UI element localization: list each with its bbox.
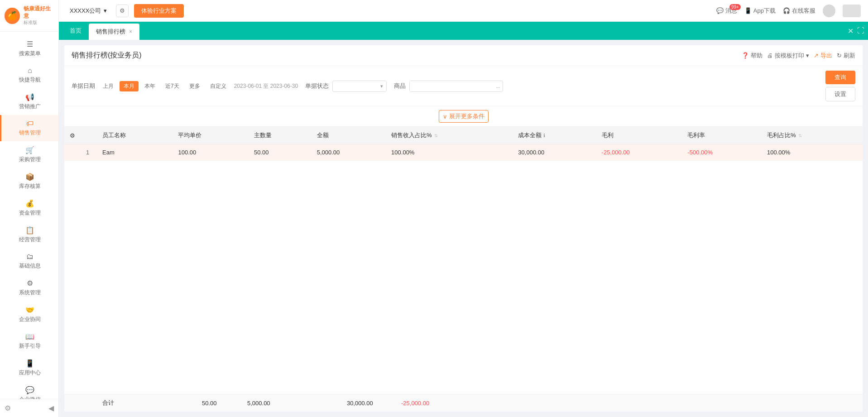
sidebar-item-label: 基础信息 [19, 262, 41, 270]
status-label: 单据状态 [305, 82, 329, 90]
page-container: 销售排行榜(按业务员) ❓ 帮助 🖨 按模板打印 ▾ ↗ 导出 [64, 45, 863, 412]
sidebar: 🍊 畅康通好生意 标准版 ☰搜索菜单⌂快捷导航📢营销推广🏷销售管理🛒采购管理📦库… [0, 0, 59, 417]
ranking-table: ⚙ 员工名称 平均单价 主数量 全额 销售收入占比% ⇅ [64, 127, 863, 161]
sidebar-item-search[interactable]: ☰搜索菜单 [0, 35, 58, 62]
date-current-month-btn[interactable]: 本月 [120, 81, 139, 91]
app-download-button[interactable]: 📱 App下载 [744, 7, 776, 15]
sidebar-item-label: 采购管理 [19, 156, 41, 163]
system-icon: ⚙ [27, 279, 33, 288]
sidebar-item-label: 搜索菜单 [19, 50, 41, 58]
col-qty: 主数量 [249, 127, 312, 144]
col-settings[interactable]: ⚙ [64, 127, 81, 144]
message-icon: 💬 [716, 7, 724, 14]
topbar-right: 💬 消息 99+ 📱 App下载 🎧 在线客服 [716, 5, 861, 17]
date-week-btn[interactable]: 近7天 [161, 81, 183, 91]
query-button[interactable]: 查询 [825, 71, 855, 84]
headset-icon: 🎧 [783, 7, 790, 14]
date-custom-btn[interactable]: 自定义 [206, 81, 230, 91]
col-amount: 全额 [312, 127, 386, 144]
company-name: XXXXX公司 [70, 7, 101, 15]
sidebar-item-sales[interactable]: 🏷销售管理 [0, 115, 58, 141]
expand-conditions-button[interactable]: ∨ 展开更多条件 [439, 110, 489, 123]
tab-sales-ranking[interactable]: 销售排行榜 × [89, 24, 139, 40]
sidebar-item-label: 资金管理 [19, 209, 41, 217]
status-filter-group: 单据状态 [305, 81, 387, 92]
date-range-display: 2023-06-01 至 2023-06-30 [234, 82, 298, 90]
sidebar-item-label: 应用中心 [19, 369, 41, 377]
guide-icon: 📖 [25, 332, 34, 341]
goods-label: 商品 [394, 82, 406, 90]
goods-input-wrapper: ... [409, 81, 503, 92]
refresh-button[interactable]: ↻ 刷新 [837, 52, 855, 60]
row-settings [64, 144, 81, 161]
sidebar-item-guide[interactable]: 📖新手引导 [0, 328, 58, 355]
tab-close-icon[interactable]: × [129, 29, 132, 35]
sidebar-item-purchase[interactable]: 🛒采购管理 [0, 141, 58, 168]
help-icon: ❓ [742, 52, 749, 59]
sidebar-item-quick[interactable]: ⌂快捷导航 [0, 62, 58, 88]
sidebar-item-system[interactable]: ⚙系统管理 [0, 274, 58, 301]
purchase-icon: 🛒 [25, 146, 34, 154]
help-button[interactable]: ❓ 帮助 [742, 52, 762, 60]
wechat-icon: 💬 [25, 386, 34, 394]
company-select[interactable]: XXXXX公司 ▾ [66, 5, 110, 17]
print-button[interactable]: 🖨 按模板打印 ▾ [767, 52, 809, 60]
sidebar-item-label: 经营管理 [19, 236, 41, 244]
status-select[interactable] [332, 81, 387, 92]
collapse-icon[interactable]: ◀ [48, 404, 54, 412]
message-badge: 99+ [729, 4, 741, 10]
logo-sub: 标准版 [24, 19, 54, 26]
settings-bottom-icon[interactable]: ⚙ [5, 404, 11, 412]
sidebar-item-enterprise[interactable]: 🤝企业协同 [0, 301, 58, 328]
try-industry-button[interactable]: 体验行业方案 [134, 4, 184, 18]
date-filter-group: 单据日期 上月 本月 本年 近7天 更多 自定义 2023-06-01 至 20… [72, 81, 298, 91]
row-sales-pct: 100.00% [386, 144, 513, 161]
tab-close-window-icon[interactable]: ✕ [848, 27, 854, 35]
sidebar-item-operation[interactable]: 📋经营管理 [0, 221, 58, 248]
row-cost: 30,000.00 [513, 144, 596, 161]
row-qty: 50.00 [249, 144, 312, 161]
expand-icon: ∨ [443, 113, 447, 120]
status-select-wrapper [332, 81, 387, 92]
gear-button[interactable]: ⚙ [116, 5, 129, 17]
filter-bar: 单据日期 上月 本月 本年 近7天 更多 自定义 2023-06-01 至 20… [64, 66, 863, 106]
online-service-button[interactable]: 🎧 在线客服 [783, 7, 815, 15]
avatar[interactable] [823, 5, 835, 17]
footer-qty: 50.00 [202, 400, 247, 407]
date-year-btn[interactable]: 本年 [140, 81, 159, 91]
sidebar-item-wechat[interactable]: 💬企业微信 [0, 381, 58, 399]
page-actions: ❓ 帮助 🖨 按模板打印 ▾ ↗ 导出 ↻ 刷新 [742, 52, 855, 60]
date-buttons: 上月 本月 本年 近7天 更多 自定义 [99, 81, 230, 91]
sidebar-item-label: 新手引导 [19, 342, 41, 350]
message-button[interactable]: 💬 消息 99+ [716, 7, 737, 15]
sales-icon: 🏷 [26, 120, 34, 128]
enterprise-icon: 🤝 [25, 306, 34, 314]
col-profit-rate: 毛利率 [682, 127, 762, 144]
col-profit-pct[interactable]: 毛利占比% ⇅ [762, 127, 863, 144]
sidebar-nav: ☰搜索菜单⌂快捷导航📢营销推广🏷销售管理🛒采购管理📦库存核算💰资金管理📋经营管理… [0, 32, 58, 399]
sidebar-item-inventory[interactable]: 📦库存核算 [0, 168, 58, 195]
sidebar-item-basic[interactable]: 🗂基础信息 [0, 248, 58, 274]
date-more-btn[interactable]: 更多 [185, 81, 204, 91]
goods-filter-group: 商品 ... [394, 81, 503, 92]
settings-button[interactable]: 设置 [825, 87, 855, 101]
page-header: 销售排行榜(按业务员) ❓ 帮助 🖨 按模板打印 ▾ ↗ 导出 [64, 45, 863, 66]
inventory-icon: 📦 [25, 173, 34, 181]
goods-input[interactable] [410, 81, 493, 91]
sidebar-item-apps[interactable]: 📱应用中心 [0, 355, 58, 381]
row-profit: -25,000.00 [596, 144, 682, 161]
sidebar-item-finance[interactable]: 💰资金管理 [0, 195, 58, 221]
col-sales-pct[interactable]: 销售收入占比% ⇅ [386, 127, 513, 144]
info-icon: ℹ [543, 133, 545, 138]
tab-maximize-icon[interactable]: ⛶ [857, 27, 864, 35]
main-area: XXXXX公司 ▾ ⚙ 体验行业方案 💬 消息 99+ 📱 App下载 🎧 在线… [59, 0, 868, 417]
export-button[interactable]: ↗ 导出 [814, 52, 832, 60]
col-profit: 毛利 [596, 127, 682, 144]
sidebar-item-marketing[interactable]: 📢营销推广 [0, 88, 58, 115]
sidebar-item-label: 企业协同 [19, 316, 41, 323]
goods-more-icon[interactable]: ... [493, 81, 503, 91]
row-rank: 1 [81, 144, 97, 161]
expand-row: ∨ 展开更多条件 [64, 106, 863, 127]
date-prev-month-btn[interactable]: 上月 [99, 81, 118, 91]
tab-home[interactable]: 首页 [62, 22, 89, 40]
